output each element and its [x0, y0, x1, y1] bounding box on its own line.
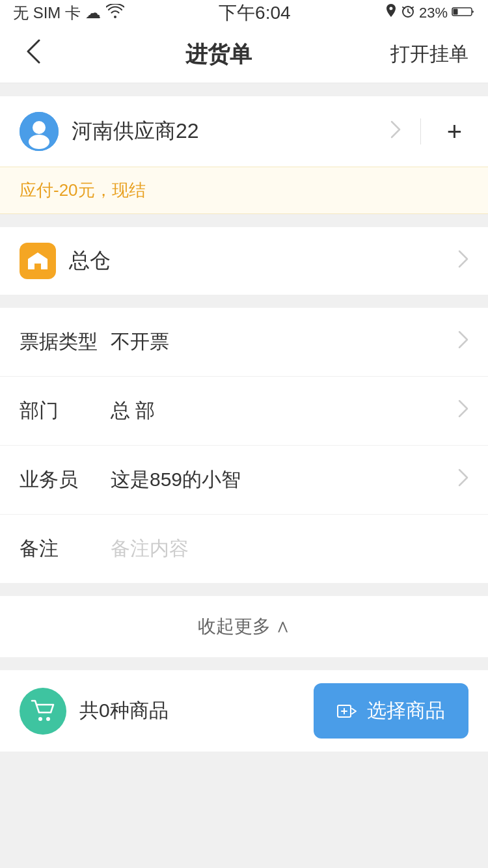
svg-point-7 — [46, 717, 50, 721]
supplier-actions: + — [390, 117, 468, 146]
warehouse-section: 总仓 — [0, 227, 488, 295]
notice-banner: 应付-20元，现结 — [0, 167, 488, 214]
page-background — [0, 752, 488, 868]
battery-icon — [452, 5, 475, 21]
bottom-bar: 共0种商品 选择商品 — [0, 670, 488, 752]
svg-rect-2 — [454, 9, 458, 15]
remark-input[interactable]: 备注内容 — [98, 536, 468, 562]
salesperson-chevron-icon[interactable] — [458, 468, 468, 491]
vertical-separator — [420, 118, 421, 144]
salesperson-label: 业务员 — [20, 467, 98, 493]
invoice-label: 票据类型 — [20, 329, 98, 355]
open-pending-button[interactable]: 打开挂单 — [390, 41, 468, 68]
supplier-chevron-icon[interactable] — [390, 120, 401, 143]
form-row-salesperson[interactable]: 业务员 这是859的小智 — [0, 446, 488, 515]
warehouse-icon — [20, 243, 56, 279]
product-count-label: 共0种商品 — [79, 698, 301, 724]
avatar — [20, 112, 59, 151]
page-title: 进货单 — [185, 40, 252, 70]
location-icon — [385, 4, 397, 22]
supplier-row[interactable]: 河南供应商22 + — [0, 96, 488, 167]
warehouse-chevron-icon[interactable] — [458, 250, 468, 273]
alarm-icon — [401, 4, 415, 22]
status-left: 无 SIM 卡 ☁ — [13, 3, 124, 23]
svg-point-4 — [33, 121, 46, 134]
form-row-remark[interactable]: 备注 备注内容 — [0, 515, 488, 583]
supplier-name: 河南供应商22 — [72, 117, 390, 146]
form-row-invoice[interactable]: 票据类型 不开票 — [0, 308, 488, 377]
department-chevron-icon[interactable] — [458, 400, 468, 422]
salesperson-value: 这是859的小智 — [98, 467, 458, 493]
status-time: 下午6:04 — [219, 1, 291, 25]
sim-status: 无 SIM 卡 ☁ — [13, 3, 101, 23]
department-label: 部门 — [20, 398, 98, 424]
supplier-section: 河南供应商22 + 应付-20元，现结 — [0, 96, 488, 214]
status-right: 23% — [385, 4, 475, 22]
wifi-icon — [106, 4, 124, 22]
back-button[interactable] — [20, 33, 47, 76]
collapse-button[interactable]: 收起更多 ∧ — [198, 614, 291, 639]
collapse-section: 收起更多 ∧ — [0, 596, 488, 657]
cart-icon — [20, 688, 66, 735]
nav-bar: 进货单 打开挂单 — [0, 26, 488, 83]
svg-point-6 — [38, 717, 42, 721]
invoice-chevron-icon[interactable] — [458, 331, 468, 353]
select-product-label: 选择商品 — [367, 698, 445, 724]
svg-point-5 — [29, 135, 49, 149]
warehouse-row[interactable]: 总仓 — [0, 227, 488, 295]
add-supplier-button[interactable]: + — [441, 117, 468, 146]
invoice-value: 不开票 — [98, 329, 458, 355]
status-bar: 无 SIM 卡 ☁ 下午6:04 23% — [0, 0, 488, 26]
battery-percentage: 23% — [419, 5, 448, 21]
form-section: 票据类型 不开票 部门 总 部 业务员 这是859的小智 备注 备注内容 — [0, 308, 488, 583]
form-row-department[interactable]: 部门 总 部 — [0, 377, 488, 446]
select-product-button[interactable]: 选择商品 — [314, 683, 468, 739]
warehouse-name: 总仓 — [69, 247, 458, 275]
remark-label: 备注 — [20, 536, 98, 562]
department-value: 总 部 — [98, 398, 458, 424]
section-gap-1 — [0, 83, 488, 96]
